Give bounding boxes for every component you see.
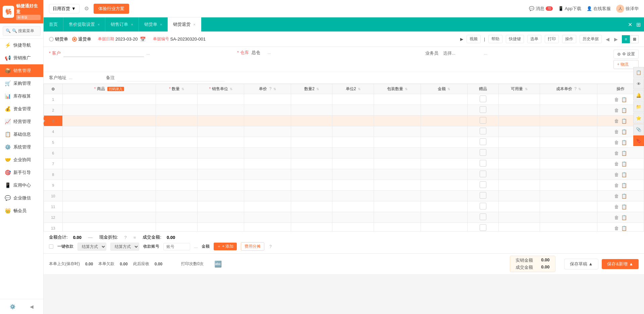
- settings-bottom-icon[interactable]: ⚙️: [9, 303, 16, 310]
- row-7-delete-btn[interactable]: 🗑: [613, 161, 620, 167]
- row-8-delete-btn[interactable]: 🗑: [613, 171, 620, 178]
- row-6-qty2[interactable]: [291, 148, 332, 159]
- row-11-delete-btn[interactable]: 🗑: [613, 203, 620, 210]
- qty-sort-icon[interactable]: ⇅: [181, 87, 184, 91]
- row-11-product[interactable]: [62, 201, 156, 212]
- row-9-delete-btn[interactable]: 🗑: [613, 182, 620, 189]
- calendar-icon[interactable]: 📅: [139, 36, 146, 43]
- cost-help-icon[interactable]: ?: [574, 86, 577, 91]
- maximize-btn[interactable]: ⊞: [636, 21, 641, 28]
- sidebar-item-apps[interactable]: 📱 应用中心: [0, 179, 43, 192]
- gift-checkbox-2[interactable]: [480, 106, 486, 113]
- row-6-delete-btn[interactable]: 🗑: [613, 150, 620, 156]
- row-6-product[interactable]: [62, 148, 156, 159]
- sidebar-item-basic[interactable]: 📋 基础信息: [0, 128, 43, 141]
- row-5-available[interactable]: [498, 137, 540, 148]
- row-7-pkg[interactable]: [374, 159, 421, 169]
- row-11-copy-btn[interactable]: 📋: [621, 203, 628, 210]
- close-tab-btn[interactable]: ✕: [627, 21, 633, 28]
- row-10-amount[interactable]: [421, 191, 467, 201]
- one-key-checkbox[interactable]: [49, 244, 53, 249]
- save-draft-btn[interactable]: 保存草稿 ▲: [564, 259, 599, 269]
- row-3-amount[interactable]: [421, 116, 467, 126]
- gift-checkbox-7[interactable]: [480, 160, 486, 167]
- row-10-product[interactable]: [62, 191, 156, 201]
- row-5-pkg[interactable]: [374, 137, 421, 148]
- remark-input[interactable]: [117, 74, 225, 81]
- row-7-amount[interactable]: [421, 159, 467, 169]
- row-12-cost[interactable]: [540, 212, 597, 223]
- row-5-copy-btn[interactable]: 📋: [621, 139, 628, 146]
- row-4-amount[interactable]: [421, 126, 467, 137]
- rf-btn-5[interactable]: ⭐: [633, 113, 644, 123]
- row-12-available[interactable]: [498, 212, 540, 223]
- row-7-gift[interactable]: [467, 159, 498, 169]
- row-3-unit[interactable]: [198, 116, 244, 126]
- gift-checkbox-11[interactable]: [480, 203, 486, 209]
- radio-sales[interactable]: 销货单: [49, 36, 68, 42]
- address-dots[interactable]: ...: [69, 75, 72, 80]
- calc-method-select[interactable]: 结算方式: [110, 243, 139, 251]
- row-1-price[interactable]: [244, 94, 291, 105]
- row-3-product[interactable]: +: [62, 116, 156, 126]
- row-13-available[interactable]: [498, 223, 540, 232]
- salesperson-input[interactable]: [441, 50, 481, 57]
- search-menu-button[interactable]: 🔍 🔍 搜索菜单: [3, 26, 41, 36]
- row-4-unit[interactable]: [198, 126, 244, 137]
- row-7-qty2[interactable]: [291, 159, 332, 169]
- row-6-price[interactable]: [244, 148, 291, 159]
- row-4-product[interactable]: [62, 126, 156, 137]
- row-6-available[interactable]: [498, 148, 540, 159]
- row-3-cost[interactable]: [540, 116, 597, 126]
- row-4-pkg[interactable]: [374, 126, 421, 137]
- gift-checkbox-9[interactable]: [480, 181, 486, 188]
- row-10-qty2[interactable]: [291, 191, 332, 201]
- row-4-copy-btn[interactable]: 📋: [621, 128, 628, 135]
- row-4-price[interactable]: [244, 126, 291, 137]
- row-13-gift[interactable]: [467, 223, 498, 232]
- save-new-btn[interactable]: 保存&新增 ▲: [602, 259, 639, 269]
- row-3-qty[interactable]: [156, 116, 198, 126]
- row-2-delete-btn[interactable]: 🗑: [613, 107, 620, 114]
- history-btn[interactable]: 历史单据: [580, 35, 602, 43]
- row-8-product[interactable]: [62, 169, 156, 180]
- rf-btn-2[interactable]: 👁: [633, 78, 644, 89]
- row-8-price[interactable]: [244, 169, 291, 180]
- row-10-unit2[interactable]: [332, 191, 374, 201]
- tab-sales-order[interactable]: 销售订单 ×: [105, 17, 139, 32]
- row-12-qty[interactable]: [156, 212, 198, 223]
- table-settings-icon[interactable]: ⚙: [51, 87, 55, 91]
- prev-btn[interactable]: ◀: [605, 36, 610, 43]
- gift-checkbox-4[interactable]: [480, 128, 486, 134]
- row-9-amount[interactable]: [421, 180, 467, 191]
- row-8-gift[interactable]: [467, 169, 498, 180]
- row-10-pkg[interactable]: [374, 191, 421, 201]
- row-2-qty2[interactable]: [291, 105, 332, 116]
- row-2-available[interactable]: [498, 105, 540, 116]
- online-service-btn[interactable]: 👤 在线客服: [587, 6, 611, 12]
- row-1-delete-btn[interactable]: 🗑: [613, 96, 620, 103]
- avail-sort-icon[interactable]: ⇅: [525, 87, 528, 91]
- account-method-select[interactable]: 结算方式: [77, 243, 106, 251]
- row-9-unit[interactable]: [198, 180, 244, 191]
- row-12-qty2[interactable]: [291, 212, 332, 223]
- app-download-btn[interactable]: 📱 App下载: [558, 6, 581, 12]
- row-8-qty2[interactable]: [291, 169, 332, 180]
- row-13-unit2[interactable]: [332, 223, 374, 232]
- row-10-cost[interactable]: [540, 191, 597, 201]
- row-3-delete-btn[interactable]: 🗑: [613, 118, 620, 124]
- row-8-amount[interactable]: [421, 169, 467, 180]
- row-11-price[interactable]: [244, 201, 291, 212]
- row-2-gift[interactable]: [467, 105, 498, 116]
- row-5-qty[interactable]: [156, 137, 198, 148]
- row-12-pkg[interactable]: [374, 212, 421, 223]
- row-11-available[interactable]: [498, 201, 540, 212]
- row-11-cost[interactable]: [540, 201, 597, 212]
- tab-sales-close[interactable]: ×: [160, 22, 162, 26]
- row-7-unit[interactable]: [198, 159, 244, 169]
- row-8-qty[interactable]: [156, 169, 198, 180]
- operate-btn[interactable]: 操作: [562, 35, 576, 43]
- row-7-copy-btn[interactable]: 📋: [621, 161, 628, 167]
- row-8-copy-btn[interactable]: 📋: [621, 171, 628, 178]
- row-2-amount[interactable]: [421, 105, 467, 116]
